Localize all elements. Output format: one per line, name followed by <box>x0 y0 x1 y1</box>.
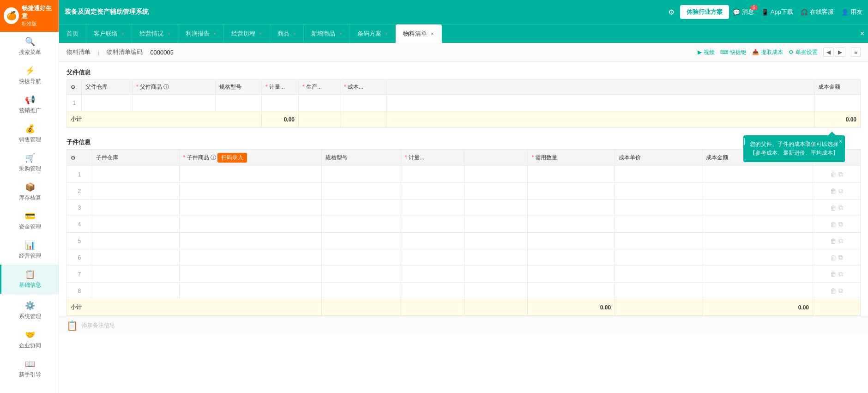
parent-row-1-unit[interactable] <box>262 95 299 111</box>
parent-row-1-prod[interactable] <box>299 95 340 111</box>
note-placeholder[interactable]: 添加备注信息 <box>82 321 115 329</box>
child-row-7-unit[interactable] <box>401 266 464 283</box>
delete-row-3-icon[interactable]: 🗑 <box>830 204 837 212</box>
tab-close-ops_history[interactable]: × <box>259 31 262 36</box>
tab-customer[interactable]: 客户联络× <box>86 24 132 43</box>
copy-row-2-icon[interactable]: ⧉ <box>838 187 843 195</box>
tab-close-profit[interactable]: × <box>213 31 216 36</box>
single-settings-btn[interactable]: ⚙ 单据设置 <box>789 48 818 56</box>
pager-prev[interactable]: ◀ <box>823 48 834 57</box>
child-row-8-warehouse[interactable] <box>92 283 179 299</box>
copy-row-4-icon[interactable]: ⧉ <box>838 220 843 228</box>
tab-close-new_goods[interactable]: × <box>339 31 342 36</box>
sidebar-item-guide[interactable]: 📖新手引导 <box>0 354 59 383</box>
tab-barcode[interactable]: 条码方案× <box>350 24 396 43</box>
child-row-4-cost-unit[interactable] <box>615 216 702 233</box>
shortcut-btn[interactable]: ⌨ 快捷键 <box>720 48 747 56</box>
tab-ops_history[interactable]: 经营历程× <box>224 24 270 43</box>
child-row-8-unit[interactable] <box>401 283 464 299</box>
child-row-8-product[interactable] <box>179 283 322 299</box>
tab-new_goods[interactable]: 新增商品× <box>304 24 350 43</box>
sidebar-item-collab[interactable]: 🤝企业协同 <box>0 325 59 354</box>
tab-close-customer[interactable]: × <box>121 31 124 36</box>
child-row-2-spec[interactable] <box>322 183 401 200</box>
tooltip-close-btn[interactable]: × <box>839 137 842 146</box>
child-row-1-product[interactable] <box>179 166 322 183</box>
delete-row-6-icon[interactable]: 🗑 <box>830 254 837 261</box>
copy-row-6-icon[interactable]: ⧉ <box>838 254 843 261</box>
copy-row-7-icon[interactable]: ⧉ <box>838 270 843 278</box>
child-row-3-spec[interactable] <box>322 200 401 216</box>
child-row-3-warehouse[interactable] <box>92 200 179 216</box>
child-row-6-spec[interactable] <box>322 249 401 266</box>
note-icon[interactable]: 📋 <box>66 320 78 331</box>
child-row-1-spec[interactable] <box>322 166 401 183</box>
child-row-8-spec[interactable] <box>322 283 401 299</box>
child-row-4-spec[interactable] <box>322 216 401 233</box>
video-btn[interactable]: ▶ 视频 <box>698 48 715 56</box>
tab-close-barcode[interactable]: × <box>385 31 388 36</box>
scan-button[interactable]: 扫码录入 <box>217 153 247 163</box>
tab-profit[interactable]: 利润报告× <box>178 24 224 43</box>
child-row-7-needed[interactable] <box>528 266 615 283</box>
sidebar-item-purchase[interactable]: 🛒采购管理 <box>0 148 59 177</box>
service-btn[interactable]: 🎧 在线客服 <box>801 8 834 16</box>
child-row-2-product[interactable] <box>179 183 322 200</box>
child-row-8-needed[interactable] <box>528 283 615 299</box>
child-row-4-product[interactable] <box>179 216 322 233</box>
list-view-btn[interactable]: ≡ <box>851 48 861 57</box>
pager-next[interactable]: ▶ <box>835 48 845 57</box>
child-row-5-cost-unit[interactable] <box>615 233 702 249</box>
child-row-5-product[interactable] <box>179 233 322 249</box>
child-row-3-cost-unit[interactable] <box>615 200 702 216</box>
child-row-7-product[interactable] <box>179 266 322 283</box>
child-row-2-needed[interactable] <box>528 183 615 200</box>
child-row-2-cost-unit[interactable] <box>615 183 702 200</box>
sidebar-item-ops[interactable]: 📊经营管理 <box>0 236 59 265</box>
settings-icon[interactable]: ⚙ <box>668 8 675 17</box>
child-row-6-warehouse[interactable] <box>92 249 179 266</box>
sidebar-item-search[interactable]: 🔍搜索菜单 <box>0 32 59 61</box>
close-all-tabs-icon[interactable]: × <box>856 30 868 38</box>
sidebar-item-marketing[interactable]: 📢营销推广 <box>0 90 59 119</box>
child-row-3-needed[interactable] <box>528 200 615 216</box>
breadcrumb-bom[interactable]: 物料清单 <box>66 48 90 56</box>
delete-row-2-icon[interactable]: 🗑 <box>830 187 837 195</box>
copy-row-3-icon[interactable]: ⧉ <box>838 204 843 212</box>
sidebar-item-quicknav[interactable]: ⚡快捷导航 <box>0 61 59 90</box>
parent-row-1-spec[interactable] <box>216 95 262 111</box>
child-row-7-warehouse[interactable] <box>92 266 179 283</box>
user-btn[interactable]: 👤 用友 <box>841 8 862 16</box>
child-row-6-needed[interactable] <box>528 249 615 266</box>
copy-row-8-icon[interactable]: ⧉ <box>838 287 843 295</box>
child-row-7-cost-unit[interactable] <box>615 266 702 283</box>
copy-row-5-icon[interactable]: ⧉ <box>838 237 843 245</box>
child-row-5-unit[interactable] <box>401 233 464 249</box>
trial-button[interactable]: 体验行业方案 <box>680 5 729 19</box>
child-row-8-cost-unit[interactable] <box>615 283 702 299</box>
tab-home[interactable]: 首页 <box>59 24 86 43</box>
sidebar-item-basic[interactable]: 📋基础信息 <box>0 265 59 294</box>
child-row-1-cost-unit[interactable] <box>615 166 702 183</box>
parent-row-1-product[interactable] <box>133 95 216 111</box>
delete-row-1-icon[interactable]: 🗑 <box>830 171 837 178</box>
child-row-4-needed[interactable] <box>528 216 615 233</box>
delete-row-5-icon[interactable]: 🗑 <box>830 237 837 245</box>
delete-row-4-icon[interactable]: 🗑 <box>830 221 837 228</box>
sidebar-item-finance[interactable]: 💳资金管理 <box>0 206 59 236</box>
child-row-2-unit[interactable] <box>401 183 464 200</box>
child-row-5-needed[interactable] <box>528 233 615 249</box>
sidebar-item-sales[interactable]: 💰销售管理 <box>0 119 59 148</box>
child-row-7-spec[interactable] <box>322 266 401 283</box>
child-row-6-product[interactable] <box>179 249 322 266</box>
tab-ops_status[interactable]: 经营情况× <box>132 24 178 43</box>
copy-row-1-icon[interactable]: ⧉ <box>838 170 843 178</box>
delete-row-8-icon[interactable]: 🗑 <box>830 287 837 295</box>
parent-row-1-cost[interactable] <box>340 95 386 111</box>
child-row-1-unit[interactable] <box>401 166 464 183</box>
child-row-5-spec[interactable] <box>322 233 401 249</box>
message-btn[interactable]: 💬 消息 6 <box>733 8 754 16</box>
tab-goods[interactable]: 商品× <box>270 24 304 43</box>
child-row-4-unit[interactable] <box>401 216 464 233</box>
tab-bom[interactable]: 物料清单× <box>396 24 441 43</box>
